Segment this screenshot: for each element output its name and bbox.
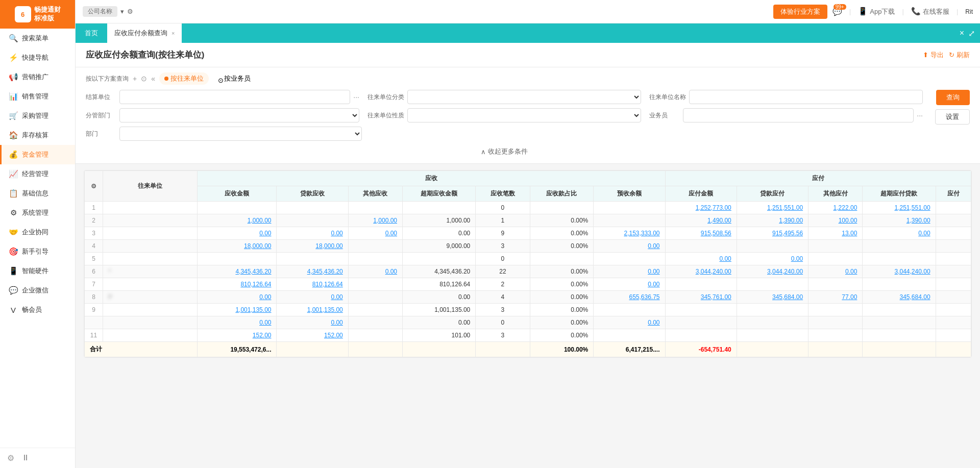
filter-input-partner-name[interactable] — [689, 90, 923, 104]
message-btn[interactable]: 💬 99+ — [832, 7, 842, 16]
filter-expand-btn[interactable]: ∧ 收起更多条件 — [86, 145, 923, 158]
row-pay-amount[interactable]: 0.00 — [665, 253, 737, 265]
sidebar-item-4[interactable]: 🛒采购管理 — [0, 106, 75, 126]
table-settings-icon[interactable]: ⚙ — [85, 171, 103, 202]
footer-rec-advance[interactable]: 6,417,215.... — [594, 342, 665, 357]
collapse-icon[interactable]: ⏸ — [21, 453, 30, 463]
industry-btn[interactable]: 体验行业方案 — [773, 5, 827, 19]
sidebar-item-8[interactable]: 📋基础信息 — [0, 184, 75, 203]
sidebar-item-5[interactable]: 🏠库存核算 — [0, 126, 75, 145]
row-pay-amount[interactable]: 1,252,773.00 — [665, 202, 737, 214]
footer-rec-amount[interactable]: 19,553,472,6... — [197, 342, 277, 357]
sidebar-item-9[interactable]: ⚙系统管理 — [0, 203, 75, 223]
tab-active[interactable]: 应收应付余额查询 × — [107, 23, 182, 43]
row-rec-loan[interactable]: 152.00 — [277, 329, 348, 342]
row-rec-amount[interactable]: 152.00 — [197, 329, 277, 342]
online-service-btn[interactable]: 📞 在线客服 — [911, 7, 949, 16]
filter-select-department[interactable] — [119, 127, 362, 141]
row-rec-amount[interactable]: 4,345,436.20 — [197, 265, 277, 278]
scheme-add-icon[interactable]: + — [133, 75, 137, 83]
row-pay-loan[interactable]: 1,251,551.00 — [737, 202, 808, 214]
scheme-item-partner[interactable]: 按往来单位 — [159, 72, 209, 85]
row-pay-other[interactable]: 100.00 — [808, 214, 863, 227]
window-close-icon[interactable]: × — [960, 29, 964, 38]
row-rec-amount[interactable]: 1,000.00 — [197, 214, 277, 227]
window-max-icon[interactable]: ⤢ — [968, 29, 975, 38]
row-pay-amount[interactable]: 915,508.56 — [665, 227, 737, 240]
row-rec-loan[interactable]: 4,345,436.20 — [277, 265, 348, 278]
row-rec-loan[interactable]: 18,000.00 — [277, 240, 348, 253]
sidebar-item-14[interactable]: V畅会员 — [0, 300, 75, 319]
row-rec-loan[interactable]: 0.00 — [277, 316, 348, 329]
row-rec-advance[interactable]: 0.00 — [594, 265, 665, 278]
row-rec-other[interactable]: 1,000.00 — [348, 214, 402, 227]
filter-select-dept[interactable] — [119, 108, 359, 122]
filter-select-category[interactable] — [407, 90, 641, 104]
row-pay-loan[interactable]: 1,390.00 — [737, 214, 808, 227]
settings-btn[interactable]: 设置 — [935, 109, 970, 125]
scheme-edit-icon[interactable]: ⊙ — [141, 75, 147, 83]
row-rec-advance[interactable]: 0.00 — [594, 240, 665, 253]
row-rec-other[interactable]: 0.00 — [348, 227, 402, 240]
scheme-collapse-icon[interactable]: « — [151, 75, 155, 83]
row-pay-amount[interactable]: 3,044,240.00 — [665, 265, 737, 278]
row-pay-overdue[interactable]: 345,684.00 — [863, 291, 936, 304]
row-pay-other[interactable]: 77.00 — [808, 291, 863, 304]
app-download-btn[interactable]: 📱 App下载 — [858, 7, 895, 16]
row-partner — [103, 202, 198, 214]
filter-input-salesperson[interactable] — [683, 108, 914, 122]
row-pay-loan[interactable]: 915,495.56 — [737, 227, 808, 240]
row-pay-other[interactable]: 13.00 — [808, 227, 863, 240]
sidebar-item-3[interactable]: 📊销售管理 — [0, 87, 75, 106]
scheme-item-salesperson[interactable]: ⊙ 按业务员 — [213, 72, 256, 85]
row-rec-advance[interactable]: 0.00 — [594, 278, 665, 291]
row-pay-overdue[interactable]: 1,390.00 — [863, 214, 936, 227]
footer-rec-count — [476, 342, 530, 357]
sidebar-item-13[interactable]: 💬企业微信 — [0, 281, 75, 300]
row-rec-other[interactable]: 0.00 — [348, 265, 402, 278]
row-rec-loan[interactable]: 1,001,135.00 — [277, 304, 348, 316]
row-rec-amount[interactable]: 0.00 — [197, 227, 277, 240]
refresh-btn[interactable]: ↻ 刷新 — [949, 51, 970, 60]
sidebar-item-11[interactable]: 🎯新手引导 — [0, 242, 75, 261]
row-rec-amount[interactable]: 1,001,135.00 — [197, 304, 277, 316]
row-rec-loan[interactable]: 0.00 — [277, 227, 348, 240]
sidebar-item-2[interactable]: 📢营销推广 — [0, 67, 75, 87]
sidebar-item-10[interactable]: 🤝企业协同 — [0, 223, 75, 242]
sidebar-item-7[interactable]: 📈经营管理 — [0, 164, 75, 184]
sidebar-item-0[interactable]: 🔍搜索菜单 — [0, 29, 75, 48]
row-rec-advance[interactable]: 0.00 — [594, 316, 665, 329]
row-rec-advance[interactable]: 655,636.75 — [594, 291, 665, 304]
row-pay-loan[interactable]: 345,684.00 — [737, 291, 808, 304]
row-pay-loan[interactable]: 3,044,240.00 — [737, 265, 808, 278]
row-rec-amount[interactable]: 0.00 — [197, 316, 277, 329]
row-rec-advance[interactable]: 2,153,333.00 — [594, 227, 665, 240]
row-pay-loan[interactable]: 0.00 — [737, 253, 808, 265]
filter-select-nature[interactable] — [407, 108, 641, 122]
sidebar-item-12[interactable]: 📱智能硬件 — [0, 261, 75, 281]
tab-home[interactable]: 首页 — [76, 23, 107, 43]
row-pay-amount[interactable]: 345,761.00 — [665, 291, 737, 304]
row-pay-other[interactable]: 0.00 — [808, 265, 863, 278]
row-rec-loan[interactable]: 0.00 — [277, 291, 348, 304]
filter-input-company[interactable] — [119, 90, 350, 104]
row-rec-amount[interactable]: 0.00 — [197, 291, 277, 304]
settings-icon[interactable]: ⚙ — [7, 453, 14, 463]
topbar-dropdown-icon[interactable]: ▾ — [120, 8, 124, 15]
row-pay-other[interactable]: 1,222.00 — [808, 202, 863, 214]
row-rec-loan[interactable]: 810,126.64 — [277, 278, 348, 291]
row-rec-amount[interactable]: 810,126.64 — [197, 278, 277, 291]
row-rec-amount[interactable]: 18,000.00 — [197, 240, 277, 253]
row-pay-overdue[interactable]: 1,251,551.00 — [863, 202, 936, 214]
sidebar-item-6[interactable]: 💰资金管理 — [0, 145, 75, 164]
tab-close-icon[interactable]: × — [172, 30, 175, 36]
topbar-gear-icon[interactable]: ⚙ — [127, 8, 133, 15]
query-btn[interactable]: 查询 — [936, 90, 970, 105]
sidebar-item-1[interactable]: ⚡快捷导航 — [0, 48, 75, 67]
export-btn[interactable]: ⬆ 导出 — [923, 51, 944, 60]
row-pay-overdue[interactable]: 3,044,240.00 — [863, 265, 936, 278]
row-pay-overdue[interactable]: 0.00 — [863, 227, 936, 240]
row-pay-amount[interactable]: 1,490.00 — [665, 214, 737, 227]
filter-dots-salesperson[interactable]: ··· — [917, 111, 923, 119]
filter-dots-company[interactable]: ··· — [353, 93, 359, 101]
